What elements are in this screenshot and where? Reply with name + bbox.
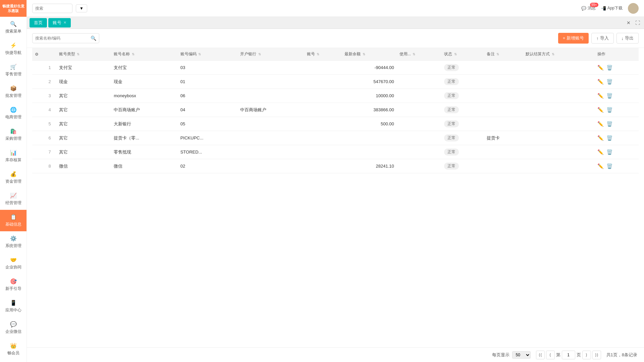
export-icon: ↓ (622, 36, 624, 41)
sidebar-item-new-guide[interactable]: 🎯 新手引导 (0, 274, 26, 296)
th-account[interactable]: 账号 ⇅ (304, 48, 342, 61)
content-area: 🔍 + 新增账号 ↑ 导入 ↓ 导出 (27, 29, 644, 347)
delete-button-0[interactable]: 🗑️ (606, 65, 613, 71)
page-first-button[interactable]: ⟨⟨ (536, 351, 545, 359)
import-button[interactable]: ↑ 导入 (591, 33, 614, 44)
edit-button-3[interactable]: ✏️ (597, 107, 604, 113)
row-remark-4 (484, 117, 523, 131)
sidebar-item-wholesale-mgmt[interactable]: 📦 批发管理 (0, 81, 26, 103)
th-name[interactable]: 账号名称 ⇅ (111, 48, 177, 61)
settings-icon[interactable]: ⚙ (35, 52, 39, 57)
page-nav: ⟨⟨ ⟨ 第 页 ⟩ ⟩⟩ (536, 351, 601, 359)
edit-button-0[interactable]: ✏️ (597, 65, 604, 71)
topbar-right: 💬 消息 99+ 📲 App下载 (581, 3, 639, 14)
delete-button-2[interactable]: 🗑️ (606, 93, 613, 99)
row-type-3: 其它 (56, 103, 111, 117)
row-action-6: ✏️ 🗑️ (595, 145, 639, 159)
page-last-button[interactable]: ⟩⟩ (592, 351, 601, 359)
status-badge-4: 正常 (444, 120, 459, 127)
sidebar-item-member[interactable]: 👑 畅会员 (0, 339, 26, 360)
tab-account[interactable]: 账号 ✕ (48, 18, 71, 27)
import-icon: ↑ (596, 36, 599, 41)
edit-button-6[interactable]: ✏️ (597, 149, 604, 155)
member-icon: 👑 (10, 343, 17, 349)
delete-button-6[interactable]: 🗑️ (606, 149, 613, 155)
table-row: 6 其它 提货卡（零... PICKUPC... 正常 提货卡 ✏️ 🗑️ (32, 131, 639, 145)
delete-button-1[interactable]: 🗑️ (606, 79, 613, 85)
delete-button-4[interactable]: 🗑️ (606, 121, 613, 127)
new-guide-icon: 🎯 (10, 278, 17, 285)
page-next-button[interactable]: ⟩ (582, 351, 591, 359)
th-balance[interactable]: 最新余额 ⇅ (342, 48, 396, 61)
row-remark-1 (484, 75, 523, 89)
toolbar-right: + 新增账号 ↑ 导入 ↓ 导出 (558, 33, 639, 44)
row-account-2 (304, 89, 342, 103)
sidebar-item-retail-mgmt[interactable]: 🛒 零售管理 (0, 60, 26, 81)
sidebar-item-sys-mgmt[interactable]: ⚙️ 系统管理 (0, 231, 26, 253)
sidebar-item-biz-wechat[interactable]: 💬 企业微信 (0, 317, 26, 339)
row-num-5: 6 (43, 131, 56, 145)
sidebar: 畅捷通好生意乐惠版 🔍 搜索菜单 ⚡ 快捷导航 🛒 零售管理 📦 批发管理 🌐 … (0, 0, 27, 362)
edit-button-2[interactable]: ✏️ (597, 93, 604, 99)
tab-close-button[interactable]: ✕ (625, 19, 632, 27)
row-settings-6 (32, 145, 43, 159)
th-num (43, 48, 56, 61)
inventory-icon: 📊 (10, 149, 17, 156)
status-badge-1: 正常 (444, 78, 459, 85)
th-bank[interactable]: 开户银行 ⇅ (237, 48, 304, 61)
row-balance-2: 10000.00 (342, 89, 396, 103)
export-button[interactable]: ↓ 导出 (616, 33, 639, 44)
biz-wechat-icon: 💬 (10, 321, 17, 327)
page-prev-button[interactable]: ⟨ (546, 351, 555, 359)
sidebar-item-finance-mgmt[interactable]: 💰 资金管理 (0, 167, 26, 188)
edit-button-4[interactable]: ✏️ (597, 121, 604, 127)
th-usage[interactable]: 使用... ⇅ (397, 48, 442, 61)
app-download-button[interactable]: 📲 App下载 (601, 5, 623, 11)
sidebar-item-search-menu[interactable]: 🔍 搜索菜单 (0, 17, 26, 38)
th-code[interactable]: 账号编码 ⇅ (178, 48, 238, 61)
top-search-input[interactable] (32, 4, 72, 13)
th-remark[interactable]: 备注 ⇅ (484, 48, 523, 61)
th-status[interactable]: 状态 ⇅ (441, 48, 484, 61)
th-default-settle[interactable]: 默认结算方式 ⇅ (523, 48, 595, 61)
row-balance-0: -90444.00 (342, 61, 396, 75)
edit-button-5[interactable]: ✏️ (597, 135, 604, 141)
delete-button-3[interactable]: 🗑️ (606, 107, 613, 113)
edit-button-7[interactable]: ✏️ (597, 163, 604, 169)
row-usage-0 (397, 61, 442, 75)
tab-account-close[interactable]: ✕ (63, 20, 66, 25)
sidebar-item-purchase-mgmt[interactable]: 🛍️ 采购管理 (0, 124, 26, 145)
add-account-button[interactable]: + 新增账号 (558, 33, 589, 44)
sidebar-item-app-center[interactable]: 📱 应用中心 (0, 296, 26, 317)
table-row: 1 支付宝 支付宝 03 -90444.00 正常 ✏️ 🗑️ (32, 61, 639, 75)
account-search-input[interactable] (35, 36, 91, 41)
account-table: ⚙ 账号类型 ⇅ 账号名称 ⇅ 账号编码 ⇅ 开户银行 ⇅ 账号 ⇅ 最新余额 … (32, 48, 639, 173)
app-center-icon: 📱 (10, 300, 17, 306)
sidebar-item-biz-agreement[interactable]: 🤝 企业协同 (0, 253, 26, 274)
row-name-6: 零售抵现 (111, 145, 177, 159)
delete-button-5[interactable]: 🗑️ (606, 135, 613, 141)
quick-nav-icon: ⚡ (10, 42, 17, 49)
edit-button-1[interactable]: ✏️ (597, 79, 604, 85)
th-type[interactable]: 账号类型 ⇅ (56, 48, 111, 61)
row-bank-0 (237, 61, 304, 75)
delete-button-7[interactable]: 🗑️ (606, 163, 613, 169)
row-type-4: 其它 (56, 117, 111, 131)
tab-home[interactable]: 首页 (30, 18, 47, 27)
sidebar-item-ecom-mgmt[interactable]: 🌐 电商管理 (0, 103, 26, 124)
top-dropdown-button[interactable]: ▼ (76, 4, 87, 12)
sidebar-item-inventory[interactable]: 📊 库存核算 (0, 145, 26, 167)
sidebar-item-ops-mgmt[interactable]: 📈 经营管理 (0, 188, 26, 210)
row-bank-4 (237, 117, 304, 131)
tab-maximize-button[interactable]: ⛶ (634, 19, 641, 27)
retail-icon: 🛒 (10, 64, 17, 70)
sidebar-item-basic-info[interactable]: 📋 基础信息 (0, 210, 26, 231)
user-avatar[interactable] (628, 3, 639, 14)
row-usage-2 (397, 89, 442, 103)
sidebar-item-quick-nav[interactable]: ⚡ 快捷导航 (0, 38, 26, 60)
row-action-3: ✏️ 🗑️ (595, 103, 639, 117)
row-status-7: 正常 (441, 159, 484, 173)
message-button[interactable]: 💬 消息 99+ (581, 5, 596, 11)
page-number-input[interactable] (562, 351, 575, 359)
per-page-select[interactable]: 50 20 100 (512, 351, 531, 359)
